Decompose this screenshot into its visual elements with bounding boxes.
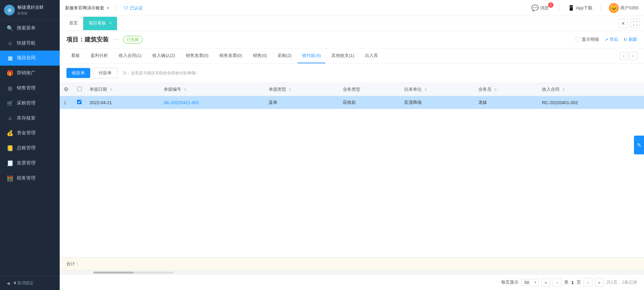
settings-column-header: ⚙ (60, 83, 73, 96)
funds-icon: 💰 (7, 130, 13, 136)
project-title: 建筑安装 (85, 36, 109, 43)
user-menu[interactable]: 🐱 用户3355 (609, 3, 639, 13)
prev-page-button[interactable]: ‹ (553, 278, 561, 287)
subtab-label: 采购(2) (277, 53, 291, 58)
subtab-profit[interactable]: 盈利分析 (86, 49, 113, 63)
gift-icon: 🎁 (7, 70, 13, 76)
float-action-button[interactable]: ✎ (634, 136, 644, 154)
sidebar-item-project-contract[interactable]: ▦ 项目合同 (0, 51, 60, 66)
row-checkbox[interactable] (77, 100, 82, 104)
column-settings-icon[interactable]: ⚙ (64, 86, 68, 92)
subtab-income-contract[interactable]: 收入合同(1) (114, 49, 146, 63)
account-selector[interactable]: 新服务官网演示账套 ▼ (65, 5, 110, 11)
date-column-label: 单据日期 (90, 87, 107, 92)
type-column-header[interactable]: 单据类型 ⇅ (265, 83, 339, 96)
biz-type-column-header: 业务类型 (339, 83, 400, 96)
summary-row: 合计： (60, 257, 644, 270)
table-body: 1 2022-04-21 SK-20220421-001 蓝单 应收款 宏茂商场… (60, 96, 644, 109)
sidebar-item-sales[interactable]: ◎ 销售管理 (0, 81, 60, 96)
sidebar-item-inventory[interactable]: ⌂ 库存核算 (0, 111, 60, 126)
app-download-button[interactable]: 📱 App下载 (568, 5, 592, 11)
show-detail-checkbox[interactable]: 显示明细 (576, 37, 599, 43)
sidebar-item-invoice[interactable]: 🧾 发票管理 (0, 156, 60, 171)
last-page-button[interactable]: » (595, 278, 604, 287)
select-all-checkbox[interactable] (77, 87, 82, 91)
income-contract-column-header[interactable]: 收入合同 ⇅ (538, 83, 644, 96)
subtab-kanban[interactable]: 看板 (66, 49, 85, 63)
tab-project-board[interactable]: 项目看板 × (83, 17, 117, 30)
subtab-label: 收入合同(1) (119, 53, 142, 58)
sidebar-item-label: 税务管理 (17, 175, 36, 181)
subtab-sales[interactable]: 销售(0) (248, 49, 272, 63)
sort-icon: ⇅ (184, 88, 186, 91)
subtab-sales-invoice[interactable]: 销售发票(0) (181, 49, 213, 63)
row-number: SK-20220421-001 (160, 96, 265, 109)
phone-icon: 📱 (568, 5, 575, 11)
tab-close-icon[interactable]: × (109, 20, 112, 25)
row-salesperson: 龙妹 (474, 96, 538, 109)
messages-label: 消息 (540, 5, 549, 11)
sidebar-unpin-button[interactable]: ◀ ◀︎ 取消固定 (0, 276, 60, 290)
refresh-button[interactable]: ↻ 刷新 (624, 37, 637, 43)
sidebar-item-search[interactable]: 🔍 搜索菜单 (0, 21, 60, 36)
home-icon: ⌂ (7, 40, 13, 46)
sidebar-item-purchase[interactable]: 🛒 采购管理 (0, 96, 60, 111)
sales-icon: ◎ (7, 85, 13, 91)
row-date: 2022-04-21 (86, 96, 160, 109)
tax-icon: 🧮 (7, 175, 13, 182)
subtab-warehouse[interactable]: 出入库 (360, 49, 383, 63)
refresh-label: 刷新 (629, 37, 637, 43)
table-header-row: ⚙ 单据日期 ⇅ 单据编号 ⇅ (60, 83, 644, 96)
window-maximize-button[interactable]: ⛶ (631, 19, 640, 28)
counterparty-column-label: 往来单位 (404, 87, 422, 92)
account-name: 新服务官网演示账套 (65, 5, 104, 11)
number-column-header[interactable]: 单据编号 ⇅ (160, 83, 265, 96)
sidebar-item-tax[interactable]: 🧮 税务管理 (0, 171, 60, 186)
payment-tab-button[interactable]: 付款单 (93, 68, 117, 78)
counterparty-column-header[interactable]: 往来单位 ⇅ (400, 83, 474, 96)
subtab-prev-button[interactable]: ‹ (620, 52, 628, 60)
scrollbar-thumb[interactable] (93, 272, 133, 274)
summary-label: 合计： (66, 261, 79, 266)
messages-button[interactable]: 💬 消息 1 (529, 4, 551, 12)
project-label: 项目：建筑安装 (66, 35, 109, 44)
subtab-next-button[interactable]: › (629, 52, 637, 60)
tab-home[interactable]: 首页 (64, 17, 83, 30)
table-row[interactable]: 1 2022-04-21 SK-20220421-001 蓝单 应收款 宏茂商场… (60, 96, 644, 109)
window-close-button[interactable]: ✕ (619, 19, 628, 28)
subtab-label: 盈利分析 (91, 53, 108, 58)
subtab-purchase[interactable]: 采购(2) (273, 49, 296, 63)
topbar-divider2 (559, 5, 560, 11)
tabbar: 首页 项目看板 × ✕ ⛶ (60, 16, 644, 31)
sidebar-item-marketing[interactable]: 🎁 营销推广 (0, 66, 60, 81)
sort-icon: ⇅ (288, 88, 291, 91)
sidebar-item-funds[interactable]: 💰 资金管理 (0, 126, 60, 141)
ledger-icon: 📒 (7, 145, 13, 151)
export-button[interactable]: ↗ 导出 (604, 37, 618, 43)
next-page-button[interactable]: › (584, 278, 592, 287)
sidebar-item-quick-nav[interactable]: ⌂ 快捷导航 (0, 36, 60, 51)
horizontal-scrollbar[interactable] (60, 270, 644, 274)
sidebar-item-label: 发票管理 (17, 160, 36, 166)
inner-tabs: 收款单 付款单 注：这里是与项目关联的全部收付款单哦~ (60, 64, 644, 83)
sidebar-item-ledger[interactable]: 📒 总账管理 (0, 141, 60, 156)
page-label-text: 第 (564, 279, 569, 285)
row-biz-type: 应收款 (339, 96, 400, 109)
project-icon: ▦ (7, 55, 13, 61)
first-page-button[interactable]: « (541, 278, 550, 287)
row-number-link[interactable]: SK-20220421-001 (164, 100, 199, 105)
project-actions: 显示明细 ↗ 导出 ↻ 刷新 (576, 37, 637, 43)
checkbox-column-header (73, 83, 86, 96)
pagination: 每页显示 50 20 100 « ‹ 第 1 页 › » 共1页，1条记录 (60, 274, 644, 290)
subtab-tax-invoice[interactable]: 税务发票(0) (215, 49, 247, 63)
date-column-header[interactable]: 单据日期 ⇅ (86, 83, 160, 96)
project-more-icon[interactable]: ··· (113, 37, 119, 43)
receipt-tab-button[interactable]: 收款单 (66, 68, 90, 78)
salesperson-column-header[interactable]: 业务员 ⇅ (474, 83, 538, 96)
subtab-receipts[interactable]: 收付款(4) (298, 49, 325, 63)
subtab-other-expense[interactable]: 其他收支(1) (327, 49, 359, 63)
subtab-income-confirm[interactable]: 收入确认(2) (148, 49, 180, 63)
row-num: 1 (60, 96, 73, 109)
page-size-select[interactable]: 50 20 100 (521, 279, 539, 286)
topbar-divider3 (600, 5, 601, 11)
